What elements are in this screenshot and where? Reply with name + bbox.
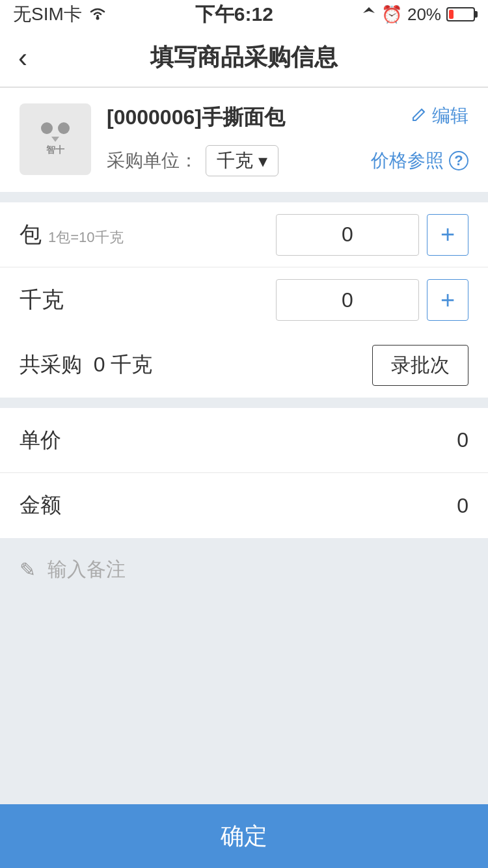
kg-label-col: 千克 <box>20 285 124 315</box>
location-icon <box>362 5 376 25</box>
unit-price-row: 单价 0 <box>0 408 488 473</box>
pencil-icon: ✎ <box>20 558 36 581</box>
alarm-icon: ⏰ <box>381 5 402 25</box>
notes-section[interactable]: ✎ 输入备注 <box>0 538 488 601</box>
unit-price-value: 0 <box>457 428 468 452</box>
amount-row: 金额 0 <box>0 473 488 538</box>
unit-select[interactable]: 千克 ▾ <box>206 145 278 176</box>
price-reference-button[interactable]: 价格参照 ? <box>371 148 468 173</box>
confirm-button[interactable]: 确定 <box>0 804 488 868</box>
kg-quantity-row: 千克 0 + <box>0 267 488 332</box>
bag-quantity-row: 包 1包=10千克 0 + <box>0 202 488 267</box>
price-section: 单价 0 金额 0 <box>0 408 488 538</box>
navigation-bar: ‹ 填写商品采购信息 <box>0 29 488 87</box>
wifi-icon <box>88 4 107 25</box>
product-card: 智十 [0000006]手撕面包 编辑 采购单位： 千克 ▾ <box>0 88 488 192</box>
time-display: 下午6:12 <box>195 1 273 28</box>
product-thumbnail: 智十 <box>20 103 91 175</box>
info-icon: ? <box>449 151 468 170</box>
kg-plus-button[interactable]: + <box>427 279 468 321</box>
amount-label: 金额 <box>20 491 61 520</box>
notes-placeholder: 输入备注 <box>47 556 126 583</box>
battery-percent: 20% <box>407 5 441 25</box>
product-unit-row: 采购单位： 千克 ▾ 价格参照 ? <box>107 145 468 176</box>
bag-label-col: 包 1包=10千克 <box>20 220 124 250</box>
bag-input-right: 0 + <box>124 214 468 256</box>
edit-button[interactable]: 编辑 <box>411 103 468 128</box>
section-divider-1 <box>0 192 488 202</box>
status-bar: 无SIM卡 下午6:12 ⏰ 20% <box>0 0 488 29</box>
kg-quantity-input[interactable]: 0 <box>276 279 419 321</box>
bag-sub-label: 1包=10千克 <box>48 228 124 247</box>
summary-text: 共采购 0 千克 <box>20 351 152 379</box>
section-divider-2 <box>0 398 488 408</box>
kg-input-right: 0 + <box>124 279 468 321</box>
product-full-name: [0000006]手撕面包 <box>107 103 285 132</box>
unit-price-label: 单价 <box>20 426 61 455</box>
carrier-label: 无SIM卡 <box>13 2 82 27</box>
unit-label: 采购单位： <box>107 148 198 173</box>
svg-point-0 <box>96 17 99 20</box>
product-name-row: [0000006]手撕面包 编辑 <box>107 103 468 132</box>
amount-value: 0 <box>457 494 468 518</box>
quantity-section: 包 1包=10千克 0 + 千克 0 + <box>0 202 488 332</box>
bag-label: 包 <box>20 220 42 250</box>
status-left: 无SIM卡 <box>13 2 107 27</box>
batch-button[interactable]: 录批次 <box>372 345 468 386</box>
battery-icon <box>446 7 475 21</box>
page-title: 填写商品采购信息 <box>150 42 338 74</box>
product-info: [0000006]手撕面包 编辑 采购单位： 千克 ▾ 价格参照 <box>107 103 468 176</box>
summary-row: 共采购 0 千克 录批次 <box>0 332 488 398</box>
bag-quantity-input[interactable]: 0 <box>276 214 419 256</box>
back-button[interactable]: ‹ <box>18 42 27 74</box>
dropdown-arrow: ▾ <box>258 150 267 172</box>
bag-plus-button[interactable]: + <box>427 214 468 256</box>
kg-label: 千克 <box>20 285 64 315</box>
product-logo: 智十 <box>33 116 78 162</box>
status-right: ⏰ 20% <box>362 5 475 25</box>
